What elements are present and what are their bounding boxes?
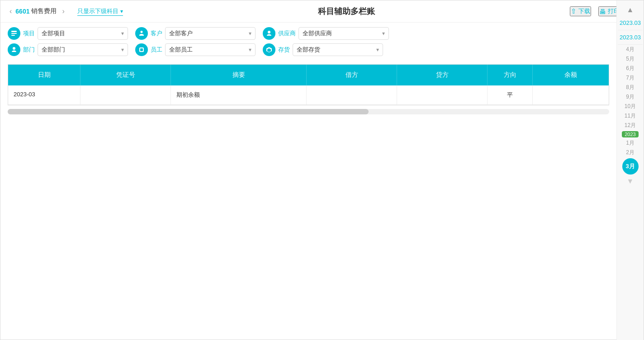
inventory-label: 存货: [278, 46, 290, 54]
sidebar-month-4[interactable]: 4月: [617, 45, 644, 54]
download-icon: ⇧: [571, 7, 577, 15]
sidebar-month-12[interactable]: 12月: [617, 121, 644, 130]
supplier-label: 供应商: [278, 29, 296, 38]
horizontal-scrollbar[interactable]: [8, 109, 609, 114]
inventory-icon: [263, 43, 275, 56]
svg-point-4: [13, 47, 15, 50]
customer-chevron: ▾: [249, 30, 251, 37]
col-date: 日期: [8, 65, 80, 85]
show-sub-label: 只显示下级科目: [77, 7, 118, 15]
cell-direction: 平: [488, 85, 533, 104]
sidebar-year-2023[interactable]: 2023: [617, 130, 644, 138]
customer-icon: [135, 27, 148, 40]
department-label: 部门: [23, 46, 35, 54]
supplier-chevron: ▾: [382, 30, 385, 37]
sidebar-month-6[interactable]: 6月: [617, 64, 644, 73]
sidebar-top-month-2[interactable]: 2023.03: [618, 30, 643, 45]
table-body: 2023-03 期初余额 平: [8, 85, 609, 105]
inventory-value: 全部存货: [297, 46, 374, 54]
filter-row-2: 部门 全部部门 ▾ 员工 全部员工 ▾: [8, 43, 636, 56]
col-summary: 摘要: [171, 65, 307, 85]
project-label: 项目: [23, 29, 35, 38]
department-value: 全部部门: [42, 46, 119, 54]
sidebar-month-2[interactable]: 2月: [617, 148, 644, 157]
ledger-table: 日期 凭证号 摘要 借方 贷方 方向 余额 2023-03 期初余额 平: [8, 64, 609, 105]
filter-area: 项目 全部项目 ▾ 客户 全部客户 ▾: [0, 23, 644, 64]
inventory-chevron: ▾: [376, 47, 379, 53]
filter-supplier: 供应商 全部供应商 ▾: [263, 27, 389, 40]
cell-summary: 期初余额: [171, 85, 307, 104]
filter-row-1: 项目 全部项目 ▾ 客户 全部客户 ▾: [8, 27, 636, 40]
filter-customer: 客户 全部客户 ▾: [135, 27, 256, 40]
sidebar-nav-up[interactable]: ▲: [625, 4, 636, 16]
project-icon: [8, 27, 20, 40]
customer-label: 客户: [151, 29, 162, 38]
filter-employee: 员工 全部员工 ▾: [135, 43, 256, 56]
supplier-value: 全部供应商: [303, 29, 380, 38]
header: ‹ 6601 销售费用 › 只显示下级科目 ▾ 科目辅助多栏账 ⇧ 下载 🖶 打…: [0, 0, 644, 23]
account-code: 6601: [15, 8, 29, 15]
filter-inventory: 存货 全部存货 ▾: [263, 43, 383, 56]
inventory-select[interactable]: 全部存货 ▾: [293, 43, 383, 56]
project-chevron: ▾: [121, 30, 124, 37]
employee-select[interactable]: 全部员工 ▾: [165, 43, 256, 56]
customer-select[interactable]: 全部客户 ▾: [165, 27, 256, 40]
svg-point-3: [268, 31, 270, 33]
project-select[interactable]: 全部项目 ▾: [38, 27, 128, 40]
table-row[interactable]: 2023-03 期初余额 平: [8, 85, 609, 105]
svg-rect-1: [11, 33, 17, 34]
cell-voucher: [80, 85, 171, 104]
sidebar-month-11[interactable]: 11月: [617, 111, 644, 121]
col-voucher: 凭证号: [80, 65, 171, 85]
sidebar-month-9[interactable]: 9月: [617, 92, 644, 102]
department-select[interactable]: 全部部门 ▾: [38, 43, 128, 56]
employee-label: 员工: [151, 46, 162, 54]
nav-prev-button[interactable]: ‹: [8, 6, 14, 16]
scroll-thumb[interactable]: [8, 109, 369, 114]
sidebar-month-5[interactable]: 5月: [617, 54, 644, 64]
sidebar-month-10[interactable]: 10月: [617, 102, 644, 111]
print-icon: 🖶: [599, 8, 606, 15]
show-sub-toggle[interactable]: 只显示下级科目 ▾: [77, 7, 123, 16]
sidebar-top-month-1[interactable]: 2023.03: [618, 16, 643, 30]
col-debit: 借方: [307, 65, 397, 85]
department-chevron: ▾: [121, 47, 124, 53]
filter-department: 部门 全部部门 ▾: [8, 43, 128, 56]
table-header: 日期 凭证号 摘要 借方 贷方 方向 余额: [8, 65, 609, 85]
employee-value: 全部员工: [169, 46, 247, 54]
svg-rect-6: [140, 48, 143, 51]
main-container: ▲ 2023.03 2023.03 4月 5月 6月 7月 8月 9月 10月 …: [0, 0, 644, 340]
svg-rect-0: [11, 31, 17, 32]
cell-debit: [307, 85, 397, 104]
svg-rect-2: [11, 35, 15, 36]
sidebar-month-1[interactable]: 1月: [617, 138, 644, 148]
department-icon: [8, 43, 20, 56]
filter-project: 项目 全部项目 ▾: [8, 27, 128, 40]
employee-icon: [135, 43, 148, 56]
download-button[interactable]: ⇧ 下载: [570, 6, 591, 16]
col-credit: 贷方: [397, 65, 488, 85]
right-sidebar: ▲ 2023.03 2023.03 4月 5月 6月 7月 8月 9月 10月 …: [616, 0, 644, 340]
employee-chevron: ▾: [249, 47, 251, 53]
page-title: 科目辅助多栏账: [123, 6, 570, 17]
supplier-select[interactable]: 全部供应商 ▾: [298, 27, 389, 40]
account-name: 销售费用: [31, 7, 57, 15]
supplier-icon: [263, 27, 275, 40]
sidebar-nav-down[interactable]: ▼: [625, 175, 636, 187]
sidebar-month-8[interactable]: 8月: [617, 83, 644, 92]
customer-value: 全部客户: [169, 29, 247, 38]
col-balance: 余额: [533, 65, 609, 85]
project-value: 全部项目: [42, 29, 119, 38]
cell-balance: [533, 85, 609, 104]
nav-next-button[interactable]: ›: [60, 6, 66, 16]
cell-date: 2023-03: [8, 85, 80, 104]
col-direction: 方向: [488, 65, 533, 85]
cell-credit: [397, 85, 488, 104]
sidebar-month-3-active[interactable]: 3月: [617, 157, 644, 175]
sidebar-month-7[interactable]: 7月: [617, 73, 644, 83]
